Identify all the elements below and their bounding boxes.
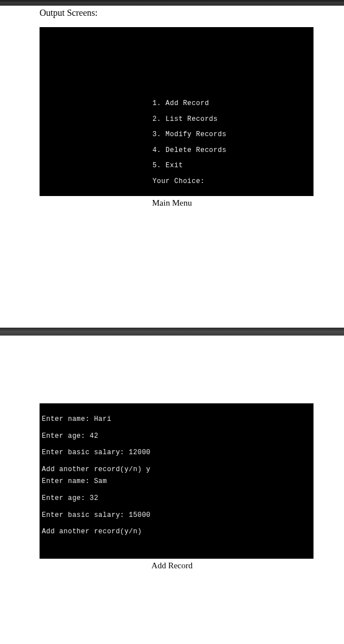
menu-prompt: Your Choice: <box>153 176 313 188</box>
caption-add-record: Add Record <box>40 561 304 571</box>
terminal-line: Enter age: 42 <box>42 430 311 443</box>
menu-item: 1. Add Record <box>153 98 313 110</box>
menu-item: 4. Delete Records <box>153 145 313 157</box>
terminal-line: Enter basic salary: 12000 <box>42 447 311 459</box>
terminal-line: Enter basic salary: 15000 <box>42 510 311 522</box>
section-heading: Output Screens: <box>40 8 304 18</box>
terminal-line: Add another record(y/n) y <box>42 464 311 476</box>
terminal-main-menu: 1. Add Record 2. List Records 3. Modify … <box>40 27 313 196</box>
top-bar <box>0 0 344 6</box>
terminal-line: Add another record(y/n) <box>42 526 311 538</box>
terminal-line: Enter name: Hari <box>42 414 311 426</box>
terminal-line: Enter name: Sam <box>42 476 311 488</box>
divider-bar <box>0 328 344 336</box>
menu-item: 5. Exit <box>153 160 313 172</box>
menu-item: 3. Modify Records <box>153 129 313 141</box>
terminal-line: Enter age: 32 <box>42 493 311 505</box>
terminal-add-record: Enter name: Hari Enter age: 42 Enter bas… <box>40 403 313 559</box>
caption-main-menu: Main Menu <box>40 198 304 208</box>
menu-item: 2. List Records <box>153 114 313 126</box>
